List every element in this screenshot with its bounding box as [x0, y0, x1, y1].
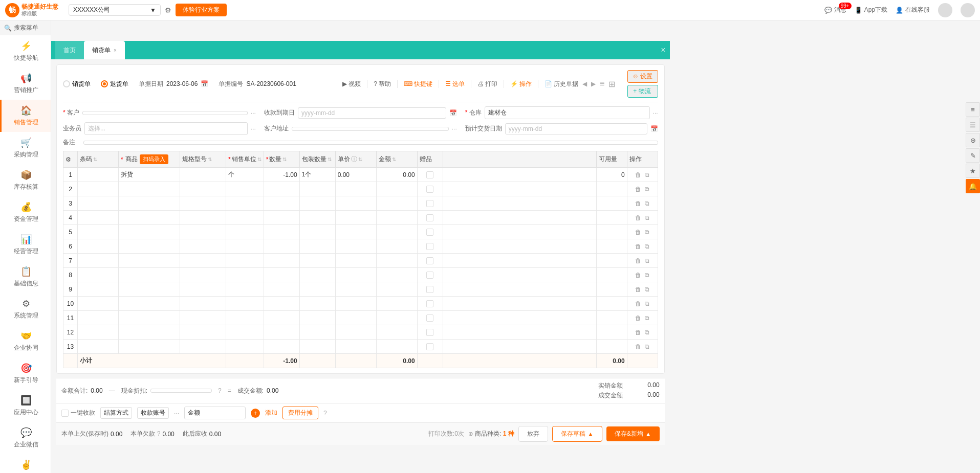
amount-sort-icon[interactable]: ⇅: [392, 156, 396, 162]
sidebar-item-purchase[interactable]: 🛒 采购管理: [0, 132, 51, 164]
row-spec[interactable]: [180, 340, 226, 354]
add-payment-btn[interactable]: +: [251, 409, 260, 418]
row-spec[interactable]: [180, 239, 226, 254]
row-product[interactable]: [119, 311, 180, 325]
question-help-icon[interactable]: ?: [218, 387, 222, 394]
delete-icon[interactable]: 🗑: [635, 186, 641, 193]
row-gift[interactable]: [417, 297, 443, 311]
row-spec[interactable]: [180, 268, 226, 282]
row-product[interactable]: [119, 282, 180, 297]
total-due-info-icon[interactable]: ?: [157, 430, 161, 437]
row-unit[interactable]: [226, 254, 264, 268]
avatar2[interactable]: [961, 3, 975, 17]
row-gift[interactable]: [417, 211, 443, 225]
address-input[interactable]: [292, 127, 449, 131]
row-pkg[interactable]: [299, 311, 335, 325]
row-unit[interactable]: [226, 340, 264, 354]
tab-close-icon[interactable]: ×: [114, 48, 117, 53]
row-price[interactable]: [335, 182, 376, 196]
row-spec[interactable]: [180, 225, 226, 239]
spec-sort-icon[interactable]: ⇅: [208, 156, 212, 162]
one-click-pay-checkbox[interactable]: 一键收款: [61, 409, 95, 417]
sidebar-item-vip[interactable]: ✌ 畅会员: [0, 454, 51, 473]
gift-checkbox[interactable]: [426, 171, 433, 178]
copy-icon[interactable]: ⧉: [645, 343, 649, 350]
gift-checkbox[interactable]: [426, 229, 433, 236]
row-amount[interactable]: [376, 182, 417, 196]
row-amount[interactable]: [376, 311, 417, 325]
copy-icon[interactable]: ⧉: [645, 186, 649, 193]
sidebar-item-guide[interactable]: 🎯 新手引导: [0, 357, 51, 390]
row-product[interactable]: [119, 254, 180, 268]
row-spec[interactable]: [180, 311, 226, 325]
account-select[interactable]: 收款账号: [137, 407, 169, 419]
address-more-icon[interactable]: ···: [452, 125, 457, 132]
discount-input[interactable]: [150, 389, 212, 393]
print-btn[interactable]: 🖨 打印: [477, 80, 497, 88]
sidebar-search[interactable]: 🔍 搜索菜单: [0, 20, 51, 35]
row-amount[interactable]: [376, 239, 417, 254]
row-spec[interactable]: [180, 211, 226, 225]
row-unit[interactable]: [226, 282, 264, 297]
copy-icon[interactable]: ⧉: [645, 171, 649, 178]
row-gift[interactable]: [417, 254, 443, 268]
row-price[interactable]: [335, 311, 376, 325]
row-pkg[interactable]: [299, 268, 335, 282]
row-amount[interactable]: [376, 282, 417, 297]
draft-btn[interactable]: 保存草稿 ▲: [552, 426, 602, 442]
row-pkg[interactable]: [299, 282, 335, 297]
row-amount[interactable]: [376, 297, 417, 311]
row-gift[interactable]: [417, 325, 443, 340]
help-btn[interactable]: ? 帮助: [374, 80, 391, 88]
row-unit[interactable]: [226, 268, 264, 282]
row-amount[interactable]: [376, 254, 417, 268]
draft-dropdown-icon[interactable]: ▲: [587, 431, 594, 438]
row-spec[interactable]: [180, 182, 226, 196]
delete-icon[interactable]: 🗑: [635, 200, 641, 207]
delete-icon[interactable]: 🗑: [635, 314, 641, 322]
sidebar-item-quicknav[interactable]: ⚡ 快捷导航: [0, 35, 51, 67]
save-new-btn[interactable]: 保存&新增 ▲: [606, 426, 660, 441]
avatar[interactable]: [938, 3, 952, 17]
row-gift[interactable]: [417, 311, 443, 325]
row-barcode[interactable]: [78, 311, 119, 325]
radio-return[interactable]: 退货单: [101, 80, 128, 88]
save-new-dropdown-icon[interactable]: ▲: [645, 431, 651, 438]
tab-home[interactable]: 首页: [55, 41, 84, 59]
row-product[interactable]: [119, 268, 180, 282]
row-barcode[interactable]: [78, 225, 119, 239]
row-product[interactable]: [119, 182, 180, 196]
sidebar-item-apps[interactable]: 🔲 应用中心: [0, 390, 51, 422]
shortcut-btn[interactable]: ⌨ 快捷键: [404, 80, 432, 88]
copy-icon[interactable]: ⧉: [645, 300, 649, 307]
gift-checkbox[interactable]: [426, 272, 433, 279]
row-gift[interactable]: [417, 282, 443, 297]
message-btn[interactable]: 💬 消息 99+: [824, 6, 846, 14]
row-price[interactable]: [335, 268, 376, 282]
tab-sale-order[interactable]: 销货单 ×: [84, 41, 125, 59]
row-barcode[interactable]: [78, 168, 119, 182]
delete-icon[interactable]: 🗑: [635, 300, 641, 307]
row-price[interactable]: [335, 282, 376, 297]
gear-icon[interactable]: ⚙: [165, 6, 171, 14]
copy-icon[interactable]: ⧉: [645, 257, 649, 264]
row-amount[interactable]: 0.00: [376, 168, 417, 182]
row-qty[interactable]: -1.00: [264, 168, 299, 182]
row-qty[interactable]: [264, 239, 299, 254]
row-product[interactable]: 拆货: [119, 168, 180, 182]
expense-split-btn[interactable]: 费用分摊: [282, 407, 318, 419]
row-spec[interactable]: [180, 196, 226, 211]
row-product[interactable]: [119, 196, 180, 211]
sidebar-item-marketing[interactable]: 📢 营销推广: [0, 67, 51, 100]
due-date-calendar-icon[interactable]: 📅: [449, 109, 457, 117]
row-unit[interactable]: [226, 225, 264, 239]
barcode-sort-icon[interactable]: ⇅: [93, 156, 97, 162]
delivery-calendar-icon[interactable]: 📅: [650, 125, 658, 132]
row-product[interactable]: [119, 297, 180, 311]
gift-checkbox[interactable]: [426, 200, 433, 207]
customer-more-icon[interactable]: ···: [251, 109, 256, 117]
row-amount[interactable]: [376, 325, 417, 340]
row-unit[interactable]: [226, 196, 264, 211]
settings-button[interactable]: ⊙ 设置: [627, 70, 658, 83]
delete-icon[interactable]: 🗑: [635, 286, 641, 293]
